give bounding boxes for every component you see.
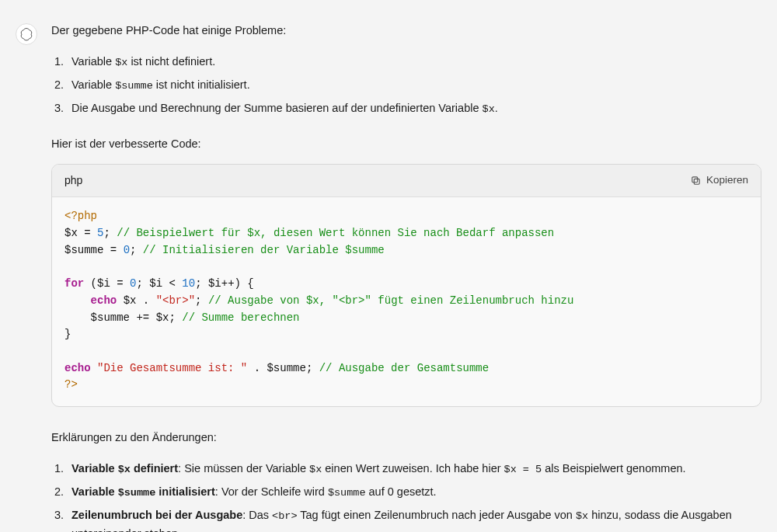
code-token: 10 <box>182 277 195 290</box>
inline-code: $summe <box>328 487 366 499</box>
text: Variable <box>71 78 115 91</box>
text: Tag fügt einen Zeilenumbruch nach jeder … <box>298 509 576 521</box>
inline-code: $x <box>576 510 588 522</box>
code-token: = <box>110 277 130 290</box>
code-content[interactable]: <?php $x = 5; // Beispielwert für $x, di… <box>52 197 761 406</box>
inline-code: $x <box>118 464 131 475</box>
code-token: $summe <box>267 362 305 374</box>
problem-list: Variable $x ist nicht definiert. Variabl… <box>51 53 761 118</box>
code-token: // Beispielwert für $x, diesen Wert könn… <box>117 227 554 239</box>
svg-rect-0 <box>694 179 699 184</box>
message-content: Der gegebene PHP-Code hat einige Problem… <box>51 22 761 532</box>
code-token: < <box>162 277 182 290</box>
text: Variable <box>71 55 115 68</box>
text: initialisiert <box>155 485 215 498</box>
code-token: ; <box>136 277 149 290</box>
text: ist nicht definiert. <box>127 55 215 68</box>
inline-code: $summe <box>118 487 156 499</box>
code-token: ; <box>195 294 208 307</box>
list-item: Variable $x ist nicht definiert. <box>51 53 761 71</box>
code-token: $x <box>156 311 169 324</box>
code-token: $summe <box>91 311 130 324</box>
code-token: // Summe berechnen <box>182 311 299 324</box>
code-token: $x <box>124 294 137 307</box>
code-token: = <box>103 244 123 256</box>
code-token: // Ausgabe von $x, "<br>" fügt einen Zei… <box>208 294 573 307</box>
text: definiert <box>131 462 178 475</box>
inline-code: $x = 5 <box>504 464 542 475</box>
code-token: "<br>" <box>156 294 195 307</box>
text: als Beispielwert genommen. <box>542 462 685 475</box>
code-token: $i <box>97 277 110 290</box>
code-token: for <box>64 277 84 290</box>
svg-rect-1 <box>692 177 698 183</box>
list-item: Die Ausgabe und Berechnung der Summe bas… <box>51 99 761 118</box>
text: auf 0 gesetzt. <box>366 485 437 498</box>
list-item: Variable $summe initialisiert: Vor der S… <box>51 483 761 502</box>
code-token: ?> <box>64 378 78 391</box>
list-item: Zeilenumbruch bei der Ausgabe: Das <br> … <box>51 506 761 532</box>
copy-button[interactable]: Kopieren <box>690 172 748 189</box>
code-token: echo <box>64 362 91 374</box>
improved-code-label: Hier ist der verbesserte Code: <box>51 135 761 152</box>
code-token: ) { <box>235 277 254 290</box>
explanation-list: Variable $x definiert: Sie müssen der Va… <box>51 460 761 532</box>
code-token: // Initialisieren der Variable $summe <box>143 244 385 256</box>
list-item: Variable $summe ist nicht initialisiert. <box>51 76 761 95</box>
text: : Das <box>242 509 272 521</box>
inline-code: $summe <box>115 80 153 92</box>
code-token: += <box>130 311 156 324</box>
assistant-avatar <box>16 23 37 45</box>
copy-icon <box>690 175 702 186</box>
assistant-message: Der gegebene PHP-Code hat einige Problem… <box>16 22 761 532</box>
code-token: . <box>136 294 155 307</box>
text: Die Ausgabe und Berechnung der Summe bas… <box>71 102 483 114</box>
code-token: <?php <box>64 210 97 222</box>
text: Zeilenumbruch bei der Ausgabe <box>71 509 242 521</box>
code-token: echo <box>91 294 117 307</box>
inline-code: <br> <box>272 510 297 522</box>
text: Variable <box>71 462 118 475</box>
code-block: php Kopieren <?php $x = 5; // Beispielwe… <box>51 164 761 407</box>
text: : Sie müssen der Variable <box>178 462 309 475</box>
code-token: // Ausgabe der Gesamtsumme <box>319 362 489 374</box>
code-token: ; <box>169 311 182 324</box>
text: einen Wert zuweisen. Ich habe hier <box>322 462 503 475</box>
code-lang-label: php <box>64 172 82 190</box>
text: ist nicht initialisiert. <box>153 78 250 91</box>
copy-label: Kopieren <box>706 172 748 189</box>
inline-code: $x <box>483 103 495 115</box>
intro-text: Der gegebene PHP-Code hat einige Problem… <box>51 22 761 39</box>
code-token <box>117 294 123 307</box>
code-token <box>91 362 97 374</box>
inline-code: $x <box>115 57 127 68</box>
code-token: "Die Gesamtsumme ist: " <box>97 362 247 374</box>
code-token: ; <box>103 227 117 239</box>
code-token: $i <box>149 277 162 290</box>
list-item: Variable $x definiert: Sie müssen der Va… <box>51 460 761 478</box>
explanations-title: Erklärungen zu den Änderungen: <box>51 429 761 446</box>
code-token: ( <box>84 277 97 290</box>
code-token: } <box>64 328 71 340</box>
code-token: $x <box>64 227 78 239</box>
code-token: $summe <box>64 244 103 256</box>
code-header: php Kopieren <box>52 165 761 198</box>
code-token: ; <box>306 362 319 374</box>
code-token: ; <box>130 244 143 256</box>
text: . <box>495 102 498 114</box>
text: : Vor der Schleife wird <box>215 485 328 498</box>
code-token: . <box>247 362 267 374</box>
code-token: ; <box>195 277 208 290</box>
assistant-logo-icon <box>19 27 33 41</box>
code-token: = <box>78 227 97 239</box>
code-token: $i++ <box>208 277 235 290</box>
text: Variable <box>71 485 118 498</box>
inline-code: $x <box>309 464 322 475</box>
code-token: 0 <box>124 244 130 256</box>
